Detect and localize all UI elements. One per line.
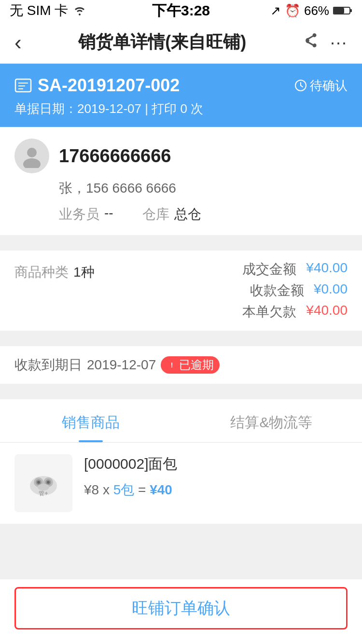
product-info: [0000002]面包 ¥8 x 5包 = ¥40 [84,454,348,499]
customer-section: 17666666666 张，156 6666 6666 业务员 -- 仓库 总仓 [0,127,362,235]
deal-amount-label: 成交金额 [242,260,296,279]
equal-sign: = [138,482,150,497]
order-status: 待确认 [294,77,348,94]
product-total: ¥40 [150,482,172,497]
status-bar-right: ↗ ⏰ 66% [270,3,352,18]
received-amount-row: 收款金额 ¥0.00 [250,281,348,300]
tabs-section: 销售商品 结算&物流等 管+ [0000002]面包 ¥8 [0,399,362,524]
due-label: 收款到期日 [14,356,82,374]
svg-text:管+: 管+ [39,490,48,497]
nav-bar: ‹ 销货单详情(来自旺铺) ··· [0,21,362,64]
warehouse-value: 总仓 [174,205,201,224]
sales-label: 业务员 [59,205,99,224]
customer-meta: 业务员 -- 仓库 总仓 [14,205,348,224]
order-header: SA-20191207-002 待确认 单据日期：2019-12-07 | 打印… [0,64,362,127]
order-date: 单据日期：2019-12-07 | 打印 0 次 [14,100,348,117]
sales-value: -- [104,205,113,224]
warning-icon: ! [167,360,177,370]
clock-icon [294,79,307,92]
order-id: SA-20191207-002 [14,75,180,96]
alarm-icon: ⏰ [285,3,300,18]
warehouse-meta: 仓库 总仓 [142,205,201,224]
divider-3 [0,392,362,399]
product-type: 商品种类 1种 [14,260,95,281]
svg-point-11 [23,158,41,168]
amount-right: 成交金额 ¥40.00 收款金额 ¥0.00 本单欠款 ¥40.00 [242,260,348,321]
overdue-badge: ! 已逾期 [161,356,220,374]
product-name: [0000002]面包 [84,454,348,474]
customer-avatar [14,139,49,173]
battery-icon [333,6,352,15]
product-section: 管+ [0000002]面包 ¥8 x 5包 = ¥40 [0,443,362,524]
received-value: ¥0.00 [314,281,348,300]
warehouse-label: 仓库 [142,205,169,224]
svg-point-21 [38,484,49,490]
product-price: ¥8 x 5包 = ¥40 [84,481,348,499]
sales-meta: 业务员 -- [59,205,113,224]
divider-2 [0,338,362,346]
product-thumbnail: 管+ [14,454,72,512]
carrier-text: 无 SIM 卡 [10,1,68,20]
status-bar-time: 下午3:28 [152,1,210,21]
svg-rect-1 [350,9,352,12]
owed-amount-row: 本单欠款 ¥40.00 [242,303,348,321]
more-button[interactable]: ··· [330,32,348,53]
multiply-sign: x [103,482,113,497]
deal-amount-value: ¥40.00 [306,260,348,279]
share-button[interactable] [303,33,319,52]
product-type-label: 商品种类 [14,263,69,281]
nav-right: ··· [303,32,348,53]
svg-point-19 [37,481,40,484]
svg-point-20 [47,481,50,484]
location-icon: ↗ [270,3,281,18]
product-logo: 管+ [24,469,63,498]
customer-phone: 17666666666 [59,146,171,167]
order-icon [14,78,32,93]
owed-label: 本单欠款 [242,303,296,321]
due-date-section: 收款到期日 2019-12-07 ! 已逾期 [0,346,362,384]
unit-price: ¥8 [84,482,99,497]
confirm-order-button[interactable]: 旺铺订单确认 [14,587,348,630]
person-icon [20,144,44,168]
status-bar-left: 无 SIM 卡 [10,1,86,20]
deal-amount-row: 成交金额 ¥40.00 [242,260,348,279]
tab-sales[interactable]: 销售商品 [0,399,181,442]
tab-settlement[interactable]: 结算&物流等 [181,399,362,442]
bottom-bar: 旺铺订单确认 [0,579,362,644]
wifi-icon [73,6,86,15]
nav-title: 销货单详情(来自旺铺) [78,30,246,54]
customer-name: 张，156 6666 6666 [14,179,348,197]
svg-point-10 [27,148,37,157]
svg-rect-2 [334,8,344,14]
divider-1 [0,243,362,251]
svg-text:!: ! [171,361,173,369]
battery-text: 66% [304,3,329,18]
amount-section: 商品种类 1种 成交金额 ¥40.00 收款金额 ¥0.00 本单欠款 ¥40.… [0,251,362,331]
product-quantity: 5包 [113,482,135,497]
tabs-header: 销售商品 结算&物流等 [0,399,362,443]
received-label: 收款金额 [250,281,304,300]
due-date: 2019-12-07 [87,357,156,373]
product-type-value: 1种 [73,263,95,281]
nav-left: ‹ [14,30,22,55]
owed-value: ¥40.00 [306,303,348,321]
back-button[interactable]: ‹ [14,30,22,55]
svg-line-9 [301,85,303,87]
status-text: 待确认 [310,77,348,94]
status-bar: 无 SIM 卡 下午3:28 ↗ ⏰ 66% [0,0,362,21]
